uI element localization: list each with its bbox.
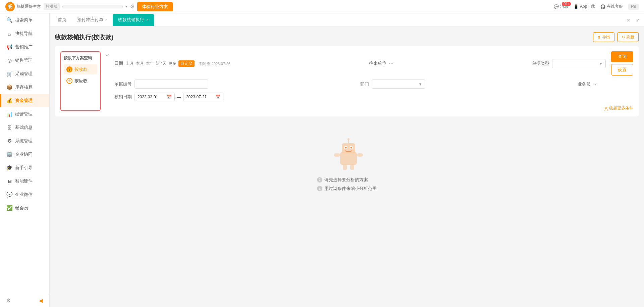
refresh-button[interactable]: ↻ 刷新 — [617, 32, 639, 42]
sidebar-label-system: 系统管理 — [15, 138, 33, 144]
industry-solution-button[interactable]: 体验行业方案 — [137, 2, 173, 11]
service-icon: 🎧 — [600, 4, 605, 9]
tab-home[interactable]: 首页 — [52, 14, 72, 26]
sidebar-label-hardware: 智能硬件 — [15, 178, 33, 184]
dept-select[interactable]: ▾ — [372, 80, 425, 89]
tab-prepay[interactable]: 预付冲应付单 × — [72, 14, 113, 26]
logo-icon: 畅 — [5, 2, 15, 11]
sidebar-label-sales: 销售管理 — [15, 57, 33, 63]
page-title: 收款核销执行(按收款) — [55, 33, 113, 41]
filter-doc-type-item: 单据类型 ▾ — [532, 59, 606, 68]
filter-panel: 按以下方案查询 💰 按收款 ⏱ 按应收 « — [55, 46, 639, 116]
sidebar-item-quick-nav[interactable]: ⌂ 快捷导航 — [0, 27, 49, 40]
filter-settings-button[interactable]: 设置 — [611, 64, 633, 75]
partner-more-icon[interactable]: ··· — [389, 60, 393, 66]
sidebar-item-purchase[interactable]: 🛒 采购管理 — [0, 67, 49, 81]
sidebar-item-system[interactable]: ⚙ 系统管理 — [0, 134, 49, 148]
tab-collection-close-icon[interactable]: × — [146, 18, 148, 22]
message-button[interactable]: 💬 消息 99+ — [554, 4, 568, 9]
tab-prepay-close-icon[interactable]: × — [105, 18, 107, 22]
verify-date-start-input[interactable]: 2023-03-01 📅 — [135, 93, 175, 101]
operation-icon: 📊 — [6, 111, 12, 117]
sidebar-item-basic[interactable]: 🗄 基础信息 — [0, 121, 49, 134]
verify-date-start-calendar-icon: 📅 — [167, 95, 172, 99]
app-logo: 畅 畅捷通好生意 — [5, 2, 41, 11]
collapse-label: 收起更多条件 — [609, 105, 633, 111]
sidebar-collapse-icon[interactable]: ◀ — [38, 298, 44, 304]
global-search-input[interactable] — [62, 5, 123, 8]
sidebar-item-operation[interactable]: 📊 经营管理 — [0, 107, 49, 121]
quick-nav-icon: ⌂ — [6, 31, 12, 37]
sidebar-settings-icon[interactable]: ⚙ — [5, 298, 11, 304]
sidebar-label-inventory: 库存核算 — [15, 84, 33, 90]
tip-item-2: 2 用过滤条件来缩小分析范围 — [317, 184, 377, 193]
export-button[interactable]: ⬆ 导出 — [593, 32, 614, 42]
date-label: 日期 — [114, 60, 123, 66]
date-more[interactable]: 更多 — [168, 61, 176, 66]
date-this-month[interactable]: 本月 — [136, 61, 144, 66]
app-name-text: 畅捷通好生意 — [17, 4, 41, 9]
collapse-conditions-button[interactable]: ⋀ 收起更多条件 — [604, 105, 633, 111]
sidebar-item-inventory[interactable]: 📦 库存核算 — [0, 81, 49, 94]
wechat-icon: 💬 — [6, 192, 12, 198]
verify-date-end-input[interactable]: 2023-07-21 📅 — [183, 93, 223, 101]
tab-expand-button[interactable]: ⤢ — [635, 16, 641, 24]
sidebar-item-guide[interactable]: 🎓 新手引导 — [0, 161, 49, 174]
app-download-button[interactable]: 📱 App下载 — [574, 4, 595, 9]
filter-row-1: 日期 上月 本月 本年 近7天 更多 自定义 不限 至 2023-07-26 — [114, 51, 633, 75]
filter-row-3: 核销日期 2023-03-01 📅 — 2023-07-21 📅 — [114, 93, 633, 101]
sidebar-item-member[interactable]: ✅ 畅会员 — [0, 201, 49, 215]
date-custom[interactable]: 自定义 — [178, 60, 195, 67]
sidebar-label-operation: 经营管理 — [15, 111, 33, 117]
inventory-icon: 📦 — [6, 84, 12, 90]
main-content: 首页 预付冲应付单 × 收款核销执行 × ✕ ⤢ 收款核销执行(按收款) — [50, 13, 644, 307]
verify-date-range: 2023-03-01 📅 — 2023-07-21 📅 — [135, 93, 223, 101]
tab-collection[interactable]: 收款核销执行 × — [113, 14, 154, 26]
sidebar-label-marketing: 营销推广 — [15, 44, 33, 50]
sidebar-label-guide: 新手引导 — [15, 165, 33, 171]
sidebar-item-search-menu[interactable]: 🔍 搜索菜单 — [0, 13, 49, 27]
filter-partner-item: 往来单位 ··· — [369, 60, 393, 66]
sidebar-item-enterprise[interactable]: 🏢 企业协同 — [0, 148, 49, 161]
doc-no-label: 单据编号 — [114, 81, 132, 87]
date-last-month[interactable]: 上月 — [126, 61, 134, 66]
refresh-icon: ↻ — [622, 35, 625, 40]
filter-option-by-collection[interactable]: 💰 按收款 — [64, 64, 97, 74]
svg-point-5 — [351, 147, 352, 149]
export-icon: ⬆ — [597, 35, 601, 40]
date-last-7-days[interactable]: 近7天 — [156, 61, 166, 66]
svg-rect-6 — [334, 153, 340, 157]
sidebar-item-marketing[interactable]: 📢 营销推广 — [0, 40, 49, 54]
sidebar-item-sales[interactable]: ◎ 销售管理 — [0, 54, 49, 67]
sidebar: 🔍 搜索菜单 ⌂ 快捷导航 📢 营销推广 ◎ 销售管理 🛒 采购管理 📦 库存核… — [0, 13, 50, 307]
doc-type-select[interactable]: ▾ — [552, 59, 606, 68]
member-icon: ✅ — [6, 205, 12, 211]
settings-icon[interactable]: ⚙ — [130, 3, 135, 10]
download-icon: 📱 — [574, 4, 579, 9]
date-no-limit-text: 不限 至 2023-07-26 — [199, 61, 230, 66]
doc-type-label: 单据类型 — [532, 60, 549, 66]
filter-sidebar-title: 按以下方案查询 — [64, 55, 97, 61]
date-this-year[interactable]: 本年 — [146, 61, 154, 66]
sales-icon: ◎ — [6, 57, 12, 63]
filter-option-by-receivable[interactable]: ⏱ 按应收 — [64, 76, 97, 86]
doc-no-input[interactable] — [135, 80, 208, 89]
sidebar-item-hardware[interactable]: 🖥 智能硬件 — [0, 174, 49, 188]
tabbar-actions: ✕ ⤢ — [625, 16, 641, 24]
export-label: 导出 — [602, 34, 610, 40]
tab-home-label: 首页 — [58, 17, 66, 23]
verify-date-label: 核销日期 — [114, 94, 132, 100]
collection-option-icon: 💰 — [66, 66, 72, 72]
search-dropdown-icon[interactable]: ▾ — [125, 5, 127, 8]
sidebar-label-quick-nav: 快捷导航 — [15, 31, 33, 37]
page-actions: ⬆ 导出 ↻ 刷新 — [593, 32, 639, 42]
sidebar-item-wechat[interactable]: 💬 企业微信 — [0, 188, 49, 201]
filter-sidebar-collapse-button[interactable]: « — [105, 52, 110, 58]
sidebar-item-capital[interactable]: 💰 资金管理 — [0, 94, 49, 107]
enterprise-icon: 🏢 — [6, 151, 12, 157]
online-service-button[interactable]: 🎧 在线客服 — [600, 4, 623, 9]
tab-close-window-button[interactable]: ✕ — [625, 16, 632, 24]
user-name[interactable]: Rit — [628, 4, 639, 10]
staff-more-icon[interactable]: ··· — [593, 81, 598, 87]
query-button[interactable]: 查询 — [611, 51, 633, 62]
